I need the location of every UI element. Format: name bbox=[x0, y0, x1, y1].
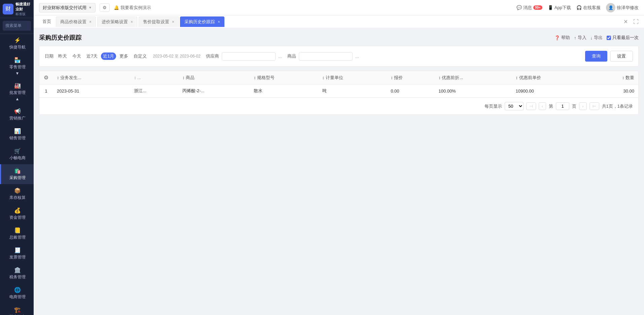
column-settings-icon[interactable]: ⚙ bbox=[44, 75, 48, 80]
inventory-label: 库存核算 bbox=[9, 195, 26, 201]
th-dots[interactable]: ↕ ... bbox=[130, 71, 178, 84]
sidebar-item-ledger[interactable]: 📒 总账管理 bbox=[0, 224, 34, 244]
tab-sale-extract[interactable]: 售价提取设置 × bbox=[139, 16, 179, 27]
date-filter-buttons: 昨天 今天 近7天 近1月 更多 自定义 bbox=[56, 53, 149, 60]
tab-close-all-button[interactable]: ✕ bbox=[622, 18, 629, 26]
date-btn-7days[interactable]: 近7天 bbox=[84, 53, 100, 60]
product-input[interactable] bbox=[299, 52, 353, 61]
sidebar-item-marketing[interactable]: 📢 营销推广 bbox=[0, 105, 34, 125]
biz-date-sort[interactable]: ↕ 业务发生... bbox=[57, 75, 126, 81]
product-ellipsis-button[interactable]: ... bbox=[355, 54, 359, 59]
sidebar-item-tax[interactable]: 🏛️ 税务管理 bbox=[0, 264, 34, 283]
page-unit: 页 bbox=[572, 103, 576, 109]
headset-icon: 🎧 bbox=[576, 5, 582, 10]
sidebar-item-quick-nav[interactable]: ⚡ 快捷导航 bbox=[0, 34, 34, 54]
export-button[interactable]: ↓ 导出 bbox=[591, 35, 603, 41]
sidebar-item-sales[interactable]: 📊 销售管理 bbox=[0, 125, 34, 144]
version-selector[interactable]: 好业财标准版交付试用 ▼ bbox=[39, 3, 96, 12]
th-biz-date[interactable]: ↕ 业务发生... bbox=[53, 71, 130, 84]
pre-discount-price-sort[interactable]: ↕ 优惠前单价 bbox=[516, 75, 586, 81]
th-price[interactable]: ↕ 报价 bbox=[387, 71, 434, 84]
sidebar-search-button[interactable]: 搜索菜单 bbox=[3, 21, 31, 31]
supplier-input[interactable] bbox=[222, 52, 276, 61]
demo-link[interactable]: 🔔 我要看实例演示 bbox=[114, 5, 151, 11]
sidebar-item-purchase[interactable]: 🛍️ 采购管理 bbox=[0, 164, 34, 184]
quantity-sort[interactable]: ↕ 数量 bbox=[595, 75, 634, 81]
page-prev-button[interactable]: ‹ bbox=[539, 102, 546, 110]
page-number-input[interactable] bbox=[556, 102, 569, 110]
tab-history-price-close-icon[interactable]: × bbox=[218, 20, 220, 24]
supplier-filter-label: 供应商 bbox=[206, 53, 219, 59]
per-page-label: 每页显示 bbox=[485, 103, 502, 109]
filter-settings-button[interactable]: 设置 bbox=[610, 51, 633, 62]
product-sort[interactable]: ↕ 商品 bbox=[182, 75, 246, 81]
th-discount-pct-label: ↕ 优惠前折... bbox=[438, 75, 463, 81]
th-pre-discount-price[interactable]: ↕ 优惠前单价 bbox=[512, 71, 591, 84]
th-unit[interactable]: ↕ 计量单位 bbox=[318, 71, 387, 84]
discount-pct-sort[interactable]: ↕ 优惠前折... bbox=[438, 75, 507, 81]
page-next-button[interactable]: › bbox=[579, 102, 586, 110]
app-download-button[interactable]: 📱 App下载 bbox=[548, 5, 571, 11]
wholesale-label: 批发管理 bbox=[9, 90, 26, 96]
sidebar-item-finance[interactable]: 💰 资金管理 bbox=[0, 204, 34, 224]
page-first-button[interactable]: ⊣ bbox=[526, 102, 536, 110]
date-btn-custom[interactable]: 自定义 bbox=[132, 53, 149, 60]
unit-sort[interactable]: ↕ 计量单位 bbox=[322, 75, 383, 81]
price-sort[interactable]: ↕ 报价 bbox=[391, 75, 430, 81]
th-quantity[interactable]: ↕ 数量 bbox=[591, 71, 638, 84]
td-product: 丙烯酸-2-... bbox=[178, 84, 250, 98]
th-spec[interactable]: ↕ 规格型号 bbox=[250, 71, 318, 84]
import-button[interactable]: ↑ 导入 bbox=[574, 35, 586, 41]
tab-price[interactable]: 商品价格设置 × bbox=[56, 16, 96, 27]
help-button[interactable]: ❓ 帮助 bbox=[554, 35, 570, 41]
user-menu[interactable]: 👤 徐泽华修改 bbox=[606, 3, 639, 12]
date-btn-yesterday[interactable]: 昨天 bbox=[56, 53, 69, 60]
only-last-checkbox-label[interactable]: 只看最后一次 bbox=[607, 35, 639, 41]
per-page-select[interactable]: 50 10 20 100 bbox=[505, 102, 524, 110]
page-last-button[interactable]: ⊢ bbox=[589, 102, 599, 110]
tab-history-price[interactable]: 采购历史价跟踪 × bbox=[180, 16, 224, 27]
inventory-icon: 📦 bbox=[14, 187, 21, 194]
sidebar-item-ecommerce[interactable]: 🌐 电商管理 bbox=[0, 283, 34, 303]
date-btn-more[interactable]: 更多 bbox=[117, 53, 130, 60]
th-gear[interactable]: ⚙ bbox=[39, 71, 53, 84]
topbar-right: 💬 消息 99+ 📱 App下载 🎧 在线客服 👤 徐泽华修改 bbox=[516, 3, 639, 12]
date-btn-today[interactable]: 今天 bbox=[70, 53, 83, 60]
selector-arrow-icon: ▼ bbox=[88, 6, 92, 9]
tab-purchase-strategy-close-icon[interactable]: × bbox=[131, 20, 133, 24]
th-product[interactable]: ↕ 商品 bbox=[178, 71, 250, 84]
online-service-label: 在线客服 bbox=[583, 5, 601, 11]
tab-sale-extract-close-icon[interactable]: × bbox=[172, 20, 174, 24]
retail-label: 零售管理 bbox=[9, 64, 26, 70]
td-discount-pct: 100.00% bbox=[434, 84, 511, 98]
spec-sort[interactable]: ↕ 规格型号 bbox=[254, 75, 314, 81]
tab-fullscreen-button[interactable]: ⛶ bbox=[632, 18, 640, 26]
online-service-button[interactable]: 🎧 在线客服 bbox=[576, 5, 601, 11]
quick-nav-label: 快捷导航 bbox=[9, 44, 26, 50]
th-discount-pct[interactable]: ↕ 优惠前折... bbox=[434, 71, 511, 84]
td-biz-date: 2023-05-31 bbox=[53, 84, 130, 98]
spec-value: 散水 bbox=[254, 88, 262, 93]
messages-button[interactable]: 💬 消息 99+ bbox=[516, 5, 542, 11]
sidebar-item-assets[interactable]: 🏗️ 固定资产 bbox=[0, 303, 34, 315]
tab-home[interactable]: 首页 bbox=[38, 16, 56, 28]
more-columns-icon[interactable]: ↕ ... bbox=[134, 75, 141, 80]
only-last-checkbox[interactable] bbox=[607, 36, 611, 40]
date-filter-group: 日期 昨天 今天 近7天 近1月 更多 自定义 2023-05-02 至 202… bbox=[45, 53, 201, 60]
tab-purchase-strategy[interactable]: 进价策略设置 × bbox=[97, 16, 137, 27]
query-button[interactable]: 查询 bbox=[585, 51, 607, 62]
unit-value: 吨 bbox=[322, 88, 327, 93]
sidebar-item-inventory[interactable]: 📦 库存核算 bbox=[0, 184, 34, 204]
tab-price-close-icon[interactable]: × bbox=[89, 20, 92, 24]
quantity-value: 30.00 bbox=[623, 89, 634, 94]
wholesale-arrow: ▲ bbox=[15, 97, 20, 101]
sidebar-item-ecommerce-small[interactable]: 🛒 小畅电商 bbox=[0, 144, 34, 164]
supplier-ellipsis-button[interactable]: ... bbox=[278, 54, 282, 59]
topbar-settings-button[interactable]: ⚙ bbox=[100, 3, 110, 12]
sidebar-item-wholesale[interactable]: 🏭 批发管理 ▲ bbox=[0, 79, 34, 105]
sidebar-item-invoice[interactable]: 🧾 发票管理 bbox=[0, 244, 34, 264]
date-btn-1month[interactable]: 近1月 bbox=[101, 53, 116, 60]
sidebar-item-retail[interactable]: 🏪 零售管理 ▼ bbox=[0, 54, 34, 79]
ecommerce-small-icon: 🛒 bbox=[14, 148, 21, 154]
ledger-icon: 📒 bbox=[14, 227, 21, 234]
